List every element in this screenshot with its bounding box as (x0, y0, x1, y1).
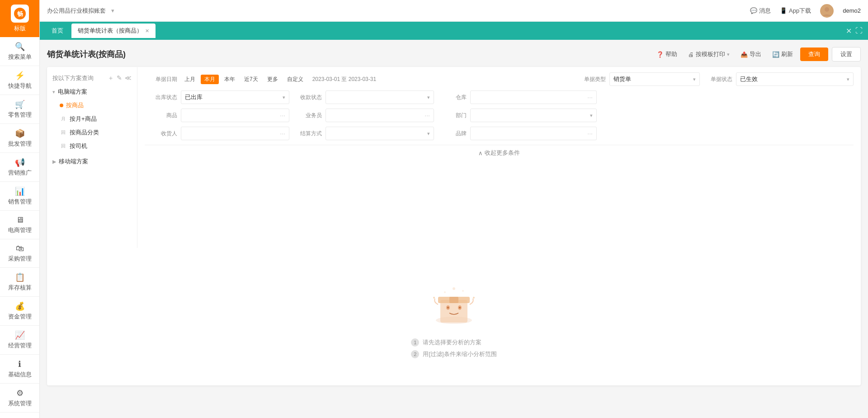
user-name[interactable]: demo2 (843, 7, 861, 14)
help-button[interactable]: ❓ 帮助 (653, 48, 681, 60)
doc-type-caret-icon: ▾ (693, 76, 696, 82)
sidebar-items-container: 🔍搜索菜单⚡快捷导航🛒零售管理📦批发管理📢营销推广📊销售管理🖥电商管理🛍采购管理… (0, 37, 40, 418)
left-panel-header: 按以下方案查询 ＋ ✎ ≪ (47, 71, 137, 85)
doc-type-select[interactable]: 销货单 ▾ (609, 72, 700, 86)
refresh-icon: 🔄 (772, 51, 779, 58)
date-tab-this-month[interactable]: 本月 (201, 75, 219, 84)
sidebar-item-icon-11: ℹ (18, 359, 21, 369)
tab-close-icon[interactable]: ✕ (145, 28, 149, 34)
doc-type-value: 销货单 (613, 75, 631, 83)
dept-select[interactable]: ▾ (470, 109, 597, 122)
doc-type-label: 单据类型 (573, 76, 609, 83)
sidebar-item-icon-12: ⚙ (16, 388, 24, 398)
tab-home[interactable]: 首页 (45, 24, 70, 38)
export-icon: 📤 (741, 51, 748, 58)
sidebar-item-资金管理[interactable]: 💰资金管理 (0, 297, 40, 326)
recv-status-select[interactable]: ▾ (326, 90, 434, 104)
help-icon: ❓ (656, 51, 664, 58)
collapse-bar[interactable]: ∧ 收起更多条件 (145, 145, 854, 161)
scheme-item-by-driver[interactable]: 回 按司机 (47, 139, 137, 153)
scheme-item-by-month-goods[interactable]: 月 按月+商品 (47, 112, 137, 126)
sidebar-item-label-11: 基础信息 (8, 370, 32, 379)
export-button[interactable]: 📤 导出 (737, 48, 765, 60)
edit-scheme-icon[interactable]: ✎ (117, 74, 122, 82)
add-scheme-icon[interactable]: ＋ (108, 74, 114, 82)
sidebar-item-零售管理[interactable]: 🛒零售管理 (0, 95, 40, 124)
warehouse-input[interactable]: ··· (470, 90, 597, 104)
sidebar-item-label-9: 资金管理 (8, 313, 32, 321)
scheme-item-by-category[interactable]: 回 按商品分类 (47, 126, 137, 139)
mobile-scheme-header[interactable]: ▶ 移动端方案 (47, 155, 137, 168)
logo-icon: 畅 (11, 5, 29, 23)
warehouse-dots-icon: ··· (587, 94, 593, 101)
sidebar-item-label-10: 经营管理 (8, 342, 32, 350)
sidebar-item-icon-8: 📋 (15, 272, 25, 282)
sidebar-item-icon-4: 📢 (15, 157, 25, 167)
receiver-input[interactable]: ··· (181, 127, 289, 140)
doc-status-caret-icon: ▾ (847, 76, 849, 82)
settings-button[interactable]: 设置 (832, 47, 861, 62)
sidebar-logo[interactable]: 畅 标版 (0, 0, 40, 37)
app-download-icon: 📱 (780, 7, 787, 14)
app-download-button[interactable]: 📱 App下载 (780, 7, 811, 15)
sidebar-item-电商管理[interactable]: 🖥电商管理 (0, 211, 40, 239)
date-tab-custom[interactable]: 自定义 (283, 75, 307, 84)
user-avatar[interactable] (820, 4, 834, 18)
date-tab-last-month[interactable]: 上月 (181, 75, 199, 84)
doc-status-select[interactable]: 已生效 ▾ (736, 72, 854, 86)
query-button[interactable]: 查询 (800, 48, 828, 61)
tab-sales-stats-label: 销货单统计表（按商品） (78, 27, 142, 35)
desktop-scheme-header[interactable]: ▾ 电脑端方案 (47, 85, 137, 99)
date-tab-more[interactable]: 更多 (264, 75, 282, 84)
sidebar: 畅 标版 🔍搜索菜单⚡快捷导航🛒零售管理📦批发管理📢营销推广📊销售管理🖥电商管理… (0, 0, 40, 418)
window-maximize-icon[interactable]: ⛶ (855, 27, 863, 35)
warehouse-label: 仓库 (434, 94, 470, 101)
sidebar-item-label-8: 库存核算 (8, 284, 32, 292)
refresh-button[interactable]: 🔄 刷新 (769, 48, 797, 60)
collapse-chevron-icon: ∧ (478, 150, 483, 157)
sidebar-item-icon-1: ⚡ (15, 71, 25, 81)
sidebar-item-批发管理[interactable]: 📦批发管理 (0, 124, 40, 153)
sidebar-item-快捷导航[interactable]: ⚡快捷导航 (0, 66, 40, 95)
message-label: 消息 (759, 7, 771, 15)
panel-body: 按以下方案查询 ＋ ✎ ≪ ▾ 电脑端方案 (47, 67, 861, 248)
brand-label: 品牌 (434, 130, 470, 138)
dept-caret-icon: ▾ (590, 113, 593, 119)
sidebar-item-销售管理[interactable]: 📊销售管理 (0, 182, 40, 211)
settle-select[interactable]: ▾ (326, 127, 434, 140)
message-button[interactable]: 💬 消息 (750, 7, 771, 15)
tab-sales-stats[interactable]: 销货单统计表（按商品） ✕ (71, 24, 156, 38)
sidebar-item-库存核算[interactable]: 📋库存核算 (0, 268, 40, 297)
app-download-label: App下载 (789, 7, 811, 15)
sidebar-item-label-1: 快捷导航 (8, 82, 32, 90)
scheme-item-by-category-label: 按商品分类 (70, 128, 99, 137)
out-status-select[interactable]: 已出库 ▾ (181, 90, 289, 104)
doc-status-value: 已生效 (740, 75, 758, 83)
collapse-panel-icon[interactable]: ≪ (125, 74, 132, 82)
svg-point-3 (825, 7, 829, 12)
brand-input[interactable]: ··· (470, 127, 597, 140)
sidebar-item-基础信息[interactable]: ℹ基础信息 (0, 355, 40, 384)
sidebar-item-营销推广[interactable]: 📢营销推广 (0, 153, 40, 182)
tabbar: 首页 销货单统计表（按商品） ✕ ✕ ⛶ (40, 22, 868, 40)
svg-point-16 (462, 290, 464, 292)
date-tab-7days[interactable]: 近7天 (241, 75, 262, 84)
sidebar-item-系统管理[interactable]: ⚙系统管理 (0, 384, 40, 413)
window-close-icon[interactable]: ✕ (846, 27, 852, 35)
sidebar-item-经营管理[interactable]: 📈经营管理 (0, 326, 40, 355)
sidebar-item-采购管理[interactable]: 🛍采购管理 (0, 239, 40, 268)
filter-row-2: 出库状态 已出库 ▾ 收款状态 ▾ 仓库 ··· (145, 90, 854, 104)
sidebar-item-icon-10: 📈 (15, 330, 25, 340)
svg-point-15 (444, 291, 446, 293)
goods-input[interactable]: ··· (181, 109, 289, 122)
date-tab-this-year[interactable]: 本年 (221, 75, 239, 84)
collapse-label: 收起更多条件 (485, 149, 520, 157)
staff-input[interactable]: ··· (326, 109, 434, 122)
sidebar-item-label-4: 营销推广 (8, 169, 32, 177)
sidebar-item-搜索菜单[interactable]: 🔍搜索菜单 (0, 37, 40, 66)
topbar-chevron[interactable]: ▾ (111, 7, 114, 14)
sidebar-item-企业协同[interactable]: 🤝企业协同 (0, 413, 40, 418)
page-title: 销货单统计表(按商品) (47, 49, 126, 60)
print-button[interactable]: 🖨 按模板打印 ▾ (684, 48, 733, 60)
scheme-item-by-goods[interactable]: 按商品 (47, 99, 137, 112)
